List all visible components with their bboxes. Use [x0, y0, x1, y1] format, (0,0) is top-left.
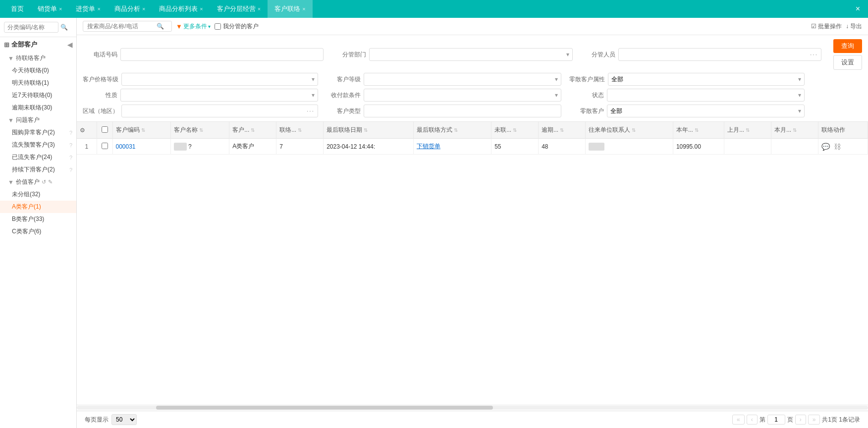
- th-settings[interactable]: ⚙: [77, 122, 97, 139]
- sidebar-search-area: 🔍: [0, 18, 76, 37]
- edit-icon[interactable]: ✎: [48, 179, 53, 185]
- last-method-link[interactable]: 下销货单: [417, 143, 440, 150]
- cell-code[interactable]: 000031: [112, 139, 171, 155]
- nav-close-product-analysis[interactable]: ×: [142, 6, 145, 12]
- window-close-button[interactable]: ×: [852, 4, 864, 13]
- cell-last-month: [724, 139, 771, 155]
- filter-region: 区域（地区） ···: [83, 105, 318, 117]
- prev-page-button[interactable]: ‹: [747, 415, 758, 425]
- settings-gear-icon[interactable]: ⚙: [80, 127, 85, 134]
- advanced-filter-panel: 电话号码 分管部门 ▾ 分管人员 ··· 查询 设置: [77, 35, 868, 122]
- page-number-input[interactable]: [767, 415, 785, 425]
- query-button[interactable]: 查询: [833, 39, 862, 53]
- filter-dept: 分管部门 ▾: [331, 48, 572, 61]
- link-action-icon[interactable]: ⛓: [834, 143, 841, 151]
- th-this-year: 本年... ⇅: [673, 122, 724, 139]
- cell-last-method[interactable]: 下销货单: [414, 139, 491, 155]
- sidebar-all-customers[interactable]: ⊞ 全部客户 ◀: [0, 37, 76, 52]
- sidebar-item-overdue-contact[interactable]: 逾期未联络(30): [0, 102, 76, 114]
- sidebar-item-b-class[interactable]: B类客户(33): [0, 213, 76, 225]
- filter-right-actions: ☑ 批量操作 ↓ 导出: [811, 22, 862, 31]
- retail-customer-input[interactable]: 全部 ▾: [607, 105, 805, 117]
- price-level-input[interactable]: ▾: [121, 73, 318, 86]
- phone-input[interactable]: [120, 48, 324, 61]
- filter-nature: 性质 ▾: [83, 89, 318, 102]
- refresh-icon[interactable]: ↺: [42, 179, 46, 185]
- my-customers-check[interactable]: [215, 23, 221, 30]
- page-size-select[interactable]: 50 100 200: [111, 414, 137, 425]
- nav-close-purchase[interactable]: ×: [97, 6, 100, 12]
- sidebar-group-pending[interactable]: ▼ 待联络客户: [0, 52, 76, 64]
- sort-icon-this-month: ⇅: [793, 127, 797, 133]
- nav-item-product-analysis[interactable]: 商品分析 ×: [108, 0, 152, 18]
- sidebar-search-input[interactable]: [4, 22, 58, 33]
- filter-row-4: 区域（地区） ··· 客户类型 零散客户 全部 ▾: [83, 105, 862, 117]
- status-input[interactable]: ▾: [607, 89, 805, 102]
- cell-name: ?: [171, 139, 229, 155]
- scrollbar-track: [77, 406, 868, 410]
- sidebar-group-problem[interactable]: ▼ 问题客户: [0, 114, 76, 126]
- horizontal-scrollbar[interactable]: [77, 405, 868, 411]
- dots-icon: ···: [810, 51, 818, 58]
- nav-close-product-list[interactable]: ×: [200, 6, 203, 12]
- batch-ops-button[interactable]: ☑ 批量操作: [811, 22, 842, 31]
- sidebar-item-churn-warning[interactable]: 流失预警客户(3) ?: [0, 139, 76, 151]
- nav-item-customer-contact[interactable]: 客户联络 ×: [268, 0, 312, 18]
- my-customers-checkbox[interactable]: 我分管的客户: [215, 22, 259, 31]
- chevron-icon-6: ▾: [555, 92, 558, 99]
- message-action-icon[interactable]: 💬: [821, 143, 830, 151]
- filter-row-1: 电话号码 分管部门 ▾ 分管人员 ··· 查询 设置: [83, 39, 862, 70]
- region-input[interactable]: ···: [121, 105, 318, 117]
- nav-item-customer-tier[interactable]: 客户分层经营 ×: [210, 0, 268, 18]
- customer-type-input[interactable]: [364, 105, 561, 117]
- first-page-button[interactable]: «: [732, 415, 745, 425]
- retail-attr-input[interactable]: 全部 ▾: [608, 73, 805, 86]
- scrollbar-thumb[interactable]: [156, 406, 493, 410]
- sidebar-search-icon[interactable]: 🔍: [60, 24, 68, 31]
- sidebar-item-declining[interactable]: 持续下滑客户(2) ?: [0, 163, 76, 176]
- export-button[interactable]: ↓ 导出: [846, 22, 862, 31]
- sidebar-item-today-pending[interactable]: 今天待联络(0): [0, 64, 76, 77]
- sidebar-item-a-class[interactable]: A类客户(1): [0, 201, 76, 213]
- cell-not-contacted: 55: [491, 139, 539, 155]
- sidebar-item-7day-pending[interactable]: 近7天待联络(0): [0, 89, 76, 102]
- nav-close-customer-tier[interactable]: ×: [258, 6, 261, 12]
- th-code: 客户编码 ⇅: [112, 122, 171, 139]
- customer-level-input[interactable]: ▾: [364, 73, 561, 86]
- row-checkbox[interactable]: [102, 143, 108, 149]
- filter-search-input[interactable]: [87, 23, 157, 30]
- chevron-icon-3: ▾: [555, 76, 558, 83]
- nav-close-customer-contact[interactable]: ×: [302, 6, 305, 12]
- th-this-month: 本月... ⇅: [771, 122, 818, 139]
- dept-input[interactable]: ▾: [369, 48, 572, 61]
- sidebar-group-value[interactable]: ▼ 价值客户 ↺ ✎: [0, 176, 76, 188]
- nav-item-purchase[interactable]: 进货单 ×: [69, 0, 107, 18]
- filter-search-icon[interactable]: 🔍: [157, 23, 164, 30]
- sidebar-item-tomorrow-pending[interactable]: 明天待联络(1): [0, 77, 76, 89]
- last-page-button[interactable]: »: [808, 415, 820, 425]
- select-all-checkbox[interactable]: [102, 126, 108, 133]
- filter-retail-attr: 零散客户属性 全部 ▾: [569, 73, 805, 86]
- more-filters-button[interactable]: ▼ 更多条件 ▾: [176, 22, 211, 31]
- help-icon-2: ?: [69, 142, 72, 148]
- filter-status: 状态 ▾: [569, 89, 805, 102]
- nav-close-sales[interactable]: ×: [59, 6, 62, 12]
- th-checkbox: [97, 122, 112, 139]
- sidebar-item-churned[interactable]: 已流失客户(24) ?: [0, 151, 76, 163]
- manager-input[interactable]: ···: [618, 48, 821, 61]
- sidebar-item-abnormal-purchase[interactable]: 囤购异常客户(2) ?: [0, 126, 76, 139]
- sidebar-item-c-class[interactable]: C类客户(6): [0, 225, 76, 238]
- table-row: 1 000031 ? A类客户 7 2023-04-12 14:44:: [77, 139, 868, 155]
- sidebar-item-ungrouped[interactable]: 未分组(32): [0, 188, 76, 201]
- filter-row-2: 客户价格等级 ▾ 客户等级 ▾ 零散客户属性 全部 ▾: [83, 73, 862, 86]
- settings-button[interactable]: 设置: [833, 55, 862, 70]
- nature-input[interactable]: ▾: [120, 89, 318, 102]
- nav-item-product-list[interactable]: 商品分析列表 ×: [152, 0, 210, 18]
- next-page-button[interactable]: ›: [795, 415, 806, 425]
- table-footer: 每页显示 50 100 200 « ‹ 第 页 › » 共1页 1条记录: [77, 411, 868, 428]
- filter-icon: ▼: [176, 23, 182, 30]
- nav-item-sales[interactable]: 销货单 ×: [31, 0, 69, 18]
- payment-input[interactable]: ▾: [364, 89, 561, 102]
- sort-icon-code: ⇅: [141, 127, 145, 133]
- nav-item-home[interactable]: 首页: [4, 0, 31, 18]
